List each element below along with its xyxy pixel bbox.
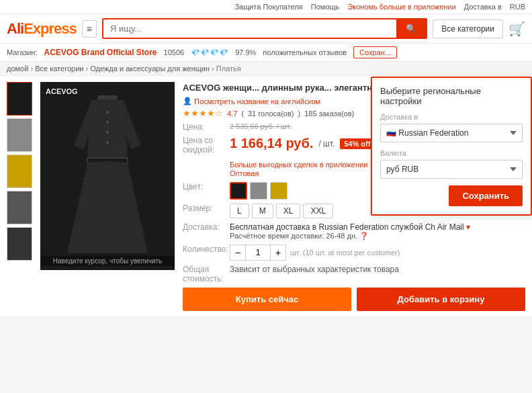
size-XL[interactable]: XL [276, 204, 301, 218]
action-buttons: Купить сейчас Добавить в корзину [183, 288, 525, 311]
thumbnails [7, 82, 32, 311]
store-save-button[interactable]: Сохран... [353, 46, 397, 58]
breadcrumb-dresses: Платья [216, 64, 241, 73]
votes-count: ( [241, 110, 244, 118]
quantity-note: шт. (10 шт. at most per customer) [290, 249, 400, 257]
quantity-area: − + шт. (10 шт. at most per customer) [230, 245, 400, 261]
svg-point-3 [106, 121, 109, 124]
quantity-label: Количество: [183, 245, 230, 254]
app-deal-link[interactable]: Больше выгодных сделок в приложении [230, 161, 367, 169]
translate-text: Посмотреть название на английском [194, 97, 320, 105]
sale-price: 1 166,14 руб. [230, 136, 313, 151]
aliexpress-logo[interactable]: AliExpress [7, 20, 77, 38]
thumbnail-3[interactable] [7, 155, 32, 188]
size-M[interactable]: M [252, 204, 273, 218]
search-bar: 🔍 [102, 18, 427, 39]
color-label: Цвет: [183, 182, 230, 191]
delivery-text: Бесплатная доставка в Russian Federation… [230, 222, 470, 232]
size-L[interactable]: L [230, 204, 249, 218]
buyer-protection-link[interactable]: Защита Покупателя [234, 3, 302, 11]
regional-settings-dropdown: Выберите региональные настройки Доставка… [371, 77, 532, 216]
dress-illustration [64, 92, 151, 260]
product-area: ACEVOG Наведите курсор, чтобы увеличить … [0, 77, 532, 316]
sale-unit: / шт. [318, 139, 335, 148]
color-swatch-gray[interactable] [250, 182, 267, 200]
help-icon[interactable]: ❓ [359, 232, 369, 240]
currency-select-row: руб RUB USD EUR CNY [380, 160, 523, 185]
mobile-app-link[interactable]: Экономь больше в приложении [347, 3, 455, 11]
store-bar: Магазин: ACEVOG Brand Official Store 105… [0, 44, 532, 62]
zoom-hint: Наведите курсор, чтобы увеличить [40, 256, 175, 266]
dropdown-title: Выберите региональные настройки [380, 86, 523, 106]
add-to-cart-button[interactable]: Добавить в корзину [357, 288, 525, 311]
size-XXL[interactable]: XXL [303, 204, 333, 218]
price-label: Цена: [183, 122, 230, 132]
store-name[interactable]: ACEVOG Brand Official Store [44, 48, 157, 57]
buy-now-button[interactable]: Купить сейчас [183, 288, 351, 311]
delivery-info: Доставка в [464, 3, 502, 11]
store-label: Магазин: [7, 48, 38, 56]
color-swatch-black[interactable] [230, 182, 247, 200]
top-bar: Защита Покупателя Помощь Экономь больше … [0, 0, 532, 14]
store-diamonds: 💎💎💎💎 [191, 48, 228, 57]
delivery-link[interactable]: ▾ [466, 222, 470, 232]
search-input[interactable] [103, 19, 396, 38]
total-value: Зависит от выбранных характеристик товар… [230, 265, 399, 274]
star-icons: ★★★★☆ [183, 108, 223, 118]
quantity-row: Количество: − + шт. (10 шт. at most per … [183, 245, 525, 261]
help-link[interactable]: Помощь [311, 3, 340, 11]
svg-point-5 [106, 141, 109, 144]
menu-button[interactable]: ≡ [82, 20, 97, 38]
quantity-control: − + [230, 245, 286, 261]
store-id: 10506 [164, 48, 185, 56]
thumbnail-1[interactable] [7, 82, 32, 116]
rating-number: 4.7 [227, 110, 237, 118]
currency-section-label: Валюта [380, 149, 523, 157]
svg-point-4 [106, 131, 109, 134]
total-label: Общая стоимость: [183, 265, 230, 283]
size-label: Размер: [183, 204, 230, 213]
votes-text: 31 голоса(ов) [248, 110, 294, 118]
thumbnail-2[interactable] [7, 118, 32, 152]
thumbnail-5[interactable] [7, 227, 32, 261]
color-swatch-gold[interactable] [270, 182, 287, 200]
size-buttons: L M XL XXL [230, 204, 333, 218]
delivery-row: Доставка: Бесплатная доставка в Russian … [183, 222, 525, 241]
wholesale-link[interactable]: Оптовая [230, 169, 259, 177]
store-rating: 97.9% [235, 48, 256, 56]
main-product-image: ACEVOG Наведите курсор, чтобы увеличить [40, 82, 175, 270]
breadcrumb: домой › Все категории › Одежда и аксессу… [0, 62, 532, 75]
thumbnail-4[interactable] [7, 191, 32, 224]
original-price: 2 535,66 руб. / шт. [230, 122, 292, 130]
quantity-input[interactable] [246, 245, 270, 261]
cart-icon[interactable]: 🛒 [508, 21, 525, 37]
categories-button[interactable]: Все категории [433, 19, 503, 38]
rating-label: положительных отзывов [263, 48, 347, 56]
orders-count: 185 заказа(ов) [304, 110, 354, 118]
delivery-section-label: Доставка в [380, 113, 523, 121]
search-button[interactable]: 🔍 [396, 19, 426, 38]
breadcrumb-women[interactable]: Одежда и аксессуары для женщин [90, 64, 210, 73]
svg-point-2 [106, 111, 109, 114]
delivery-label: Доставка: [183, 222, 230, 232]
breadcrumb-categories[interactable]: Все категории [35, 64, 83, 73]
breadcrumb-home[interactable]: домой [7, 64, 28, 73]
delivery-country-select[interactable]: 🇷🇺 Russian Federation United States Germ… [380, 124, 523, 142]
delivery-select-row: 🇷🇺 Russian Federation United States Germ… [380, 124, 523, 149]
delivery-time: Расчётное время доставки: 26-48 дн. ❓ [230, 232, 470, 241]
currency-select[interactable]: руб RUB USD EUR CNY [380, 160, 523, 179]
currency-info: RUB [510, 3, 525, 11]
product-brand-logo: ACEVOG [46, 87, 78, 95]
quantity-increase[interactable]: + [270, 245, 286, 261]
discount-badge: 54% off [340, 138, 374, 149]
translate-icon: 👤 [183, 97, 192, 105]
header: AliExpress ≡ 🔍 Все категории 🛒 [0, 14, 532, 44]
save-settings-button[interactable]: Сохранить [449, 185, 523, 206]
quantity-decrease[interactable]: − [230, 245, 246, 261]
color-swatches [230, 182, 287, 200]
delivery-info: Бесплатная доставка в Russian Federation… [230, 222, 470, 241]
total-row: Общая стоимость: Зависит от выбранных ха… [183, 265, 525, 283]
sale-label: Цена со скидкой: [183, 136, 230, 155]
